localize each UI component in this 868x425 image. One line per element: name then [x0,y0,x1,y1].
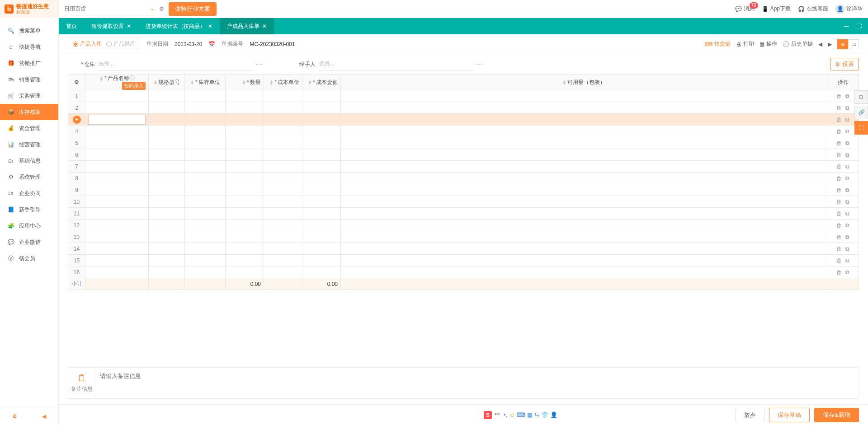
cell-available[interactable] [341,137,827,149]
close-icon[interactable]: ✕ [127,23,131,29]
cell-quantity[interactable] [226,208,264,220]
user-menu[interactable]: 👤 徐泽华 [835,5,863,14]
cell-available[interactable] [341,208,827,220]
tab-3[interactable]: 产成品入库单✕ [220,18,274,34]
cell-quantity[interactable] [226,173,264,184]
delete-row-icon[interactable]: 🗑 [836,128,842,135]
cell-cost-price[interactable] [264,266,302,278]
cell-cost-amount[interactable] [302,196,341,208]
cell-spec[interactable] [149,90,185,102]
cell-cost-amount[interactable] [302,102,341,114]
cell-product-name[interactable] [85,173,149,184]
cell-cost-price[interactable] [264,161,302,173]
calendar-icon[interactable]: 📅 [208,41,215,47]
table-row[interactable]: 12🗑⧉ [68,220,859,231]
cell-stock-unit[interactable] [185,161,226,173]
copy-row-icon[interactable]: ⧉ [845,152,849,158]
cell-cost-amount[interactable] [302,161,341,173]
sidebar-item-10[interactable]: 🗂企业协同 [0,185,58,201]
app-download-link[interactable]: 📱 App下载 [762,5,791,13]
cell-cost-amount[interactable] [302,149,341,161]
cell-cost-price[interactable] [264,114,302,126]
table-row[interactable]: 6🗑⧉ [68,149,859,161]
date-value[interactable]: 2023-03-20 [175,41,202,47]
cell-cost-price[interactable] [264,102,302,114]
category-settings-icon[interactable]: ⚙ [159,6,164,12]
cell-product-name[interactable] [85,137,149,149]
cell-cost-amount[interactable] [302,126,341,137]
cell-cost-amount[interactable] [302,208,341,220]
cell-product-name[interactable] [85,243,149,255]
cell-available[interactable] [341,161,827,173]
grid-settings-button[interactable]: ⚙ 设置 [830,58,859,70]
cell-quantity[interactable] [226,149,264,161]
trial-button[interactable]: 体验行业方案 [169,2,217,16]
cell-quantity[interactable] [226,243,264,255]
cell-available[interactable] [341,196,827,208]
table-row[interactable]: 4🗑⧉ [68,126,859,137]
sidebar-item-9[interactable]: ⚙系统管理 [0,169,58,185]
cell-cost-amount[interactable] [302,231,341,243]
delete-row-icon[interactable]: 🗑 [836,269,842,276]
rail-expand-button[interactable]: ⛶ [854,121,868,135]
copy-row-icon[interactable]: ⧉ [845,257,849,264]
delete-row-icon[interactable]: 🗑 [836,140,842,146]
cell-quantity[interactable] [226,161,264,173]
sidebar-item-7[interactable]: 📊经营管理 [0,136,58,153]
cell-spec[interactable] [149,231,185,243]
copy-row-icon[interactable]: ⧉ [845,269,849,276]
sidebar-item-13[interactable]: 💬企业微信 [0,234,58,250]
delete-row-icon[interactable]: 🗑 [836,175,842,182]
copy-row-icon[interactable]: ⧉ [845,187,849,193]
cell-product-name[interactable] [85,196,149,208]
cell-spec[interactable] [149,243,185,255]
cell-stock-unit[interactable] [185,114,226,126]
cell-cost-price[interactable] [264,196,302,208]
cell-quantity[interactable] [226,184,264,196]
cell-quantity[interactable] [226,266,264,278]
delete-row-icon[interactable]: 🗑 [836,117,842,123]
cell-available[interactable] [341,102,827,114]
table-row[interactable]: 9🗑⧉ [68,184,859,196]
sidebar-item-6[interactable]: 💰资金管理 [0,120,58,136]
cell-cost-amount[interactable] [302,220,341,231]
cell-stock-unit[interactable] [185,126,226,137]
table-row[interactable]: 1🗑⧉ [68,90,859,102]
cell-stock-unit[interactable] [185,137,226,149]
table-row[interactable]: 14🗑⧉ [68,243,859,255]
shortcut-link[interactable]: ⌨ 快捷键 [705,40,731,48]
add-row-button[interactable]: + [73,116,81,124]
col-quantity[interactable]: ▲▼*数量 [226,75,264,90]
cell-cost-amount[interactable] [302,173,341,184]
expand-tab-button[interactable]: ⛶ [853,20,865,33]
cell-cost-price[interactable] [264,137,302,149]
cell-spec[interactable] [149,220,185,231]
collapse-icon[interactable]: ◀ [42,413,46,420]
cell-available[interactable] [341,149,827,161]
close-icon[interactable]: ✕ [208,23,212,29]
cell-product-name[interactable] [85,149,149,161]
copy-row-icon[interactable]: ⧉ [845,175,849,182]
cell-quantity[interactable] [226,137,264,149]
cell-product-name[interactable] [85,161,149,173]
remarks-input[interactable] [95,368,859,398]
sidebar-item-3[interactable]: 🛍销售管理 [0,71,58,88]
cell-stock-unit[interactable] [185,243,226,255]
minimize-tab-button[interactable]: — [840,20,853,33]
cell-available[interactable] [341,114,827,126]
table-row[interactable]: 15🗑⧉ [68,255,859,266]
radio-product-in[interactable]: 产品入库 [73,40,102,48]
tab-0[interactable]: 首页 [59,18,84,34]
save-draft-button[interactable]: 保存草稿 [769,408,810,422]
cell-spec[interactable] [149,266,185,278]
sidebar-item-12[interactable]: 🧩应用中心 [0,218,58,234]
cell-cost-amount[interactable] [302,184,341,196]
cell-cost-amount[interactable] [302,137,341,149]
sidebar-item-0[interactable]: 🔍搜索菜单 [0,23,58,39]
cell-cost-price[interactable] [264,255,302,266]
copy-row-icon[interactable]: ⧉ [845,210,849,217]
copy-row-icon[interactable]: ⧉ [845,93,849,99]
cell-quantity[interactable] [226,255,264,266]
tab-2[interactable]: 进货单统计表（按商品）✕ [138,18,220,34]
cell-stock-unit[interactable] [185,231,226,243]
